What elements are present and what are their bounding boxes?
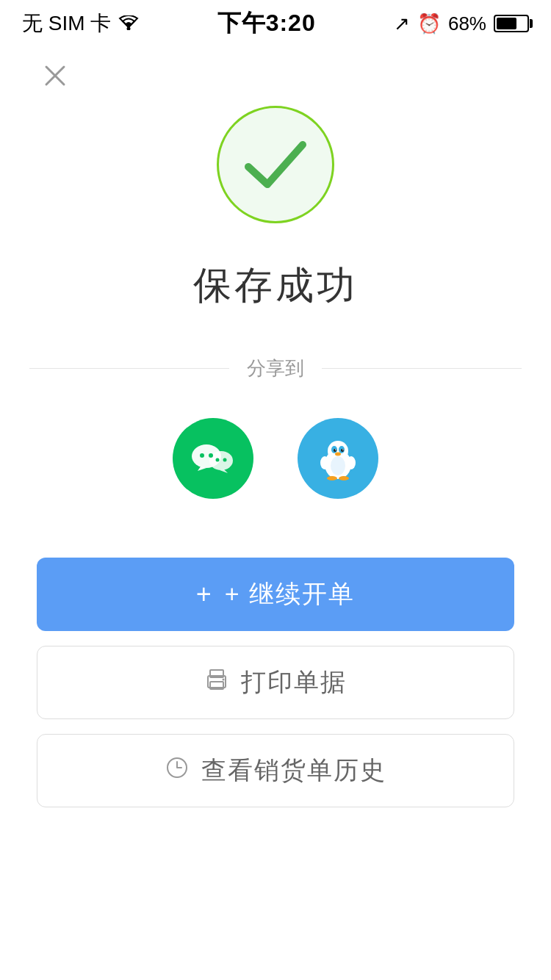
history-label: 查看销货单历史 xyxy=(201,754,386,788)
time-display: 下午3:20 xyxy=(217,7,316,40)
svg-point-22 xyxy=(347,456,356,469)
status-left: 无 SIM 卡 xyxy=(22,10,139,37)
share-label: 分享到 xyxy=(229,356,322,381)
wifi-icon xyxy=(118,12,139,35)
wechat-share-button[interactable] xyxy=(173,418,253,499)
svg-point-26 xyxy=(223,679,225,681)
svg-point-15 xyxy=(335,449,336,450)
close-button[interactable] xyxy=(37,57,73,94)
svg-point-19 xyxy=(339,476,349,480)
divider-left xyxy=(29,368,229,369)
divider-right xyxy=(322,368,522,369)
history-button[interactable]: 查看销货单历史 xyxy=(37,734,514,807)
sim-status: 无 SIM 卡 xyxy=(22,10,111,37)
svg-point-21 xyxy=(320,456,329,469)
svg-point-8 xyxy=(223,458,227,462)
svg-point-16 xyxy=(342,449,344,450)
history-icon xyxy=(165,755,190,786)
svg-point-14 xyxy=(341,449,344,452)
svg-point-17 xyxy=(335,452,341,455)
svg-point-4 xyxy=(209,451,233,470)
svg-point-0 xyxy=(127,27,131,31)
svg-point-6 xyxy=(209,453,213,458)
success-title: 保存成功 xyxy=(193,260,358,311)
svg-point-5 xyxy=(200,453,204,458)
svg-point-18 xyxy=(327,476,337,480)
printer-icon xyxy=(204,667,229,698)
share-section: 分享到 xyxy=(0,356,551,381)
svg-point-20 xyxy=(331,456,345,475)
status-bar: 无 SIM 卡 下午3:20 ↗ ⏰ 68% xyxy=(0,0,551,47)
continue-order-label: + 继续开单 xyxy=(225,577,355,611)
alarm-icon: ⏰ xyxy=(417,12,441,35)
main-content: 保存成功 分享到 xyxy=(0,47,551,807)
battery-percentage: 68% xyxy=(448,12,486,35)
svg-point-7 xyxy=(216,458,220,462)
battery-icon xyxy=(494,15,529,32)
action-buttons-container: + + 继续开单 打印单据 查看销货单历史 xyxy=(0,558,551,807)
continue-order-button[interactable]: + + 继续开单 xyxy=(37,558,514,631)
print-label: 打印单据 xyxy=(241,666,347,699)
svg-point-13 xyxy=(334,449,336,452)
share-icons-container xyxy=(173,418,378,499)
location-icon: ↗ xyxy=(394,12,410,35)
print-button[interactable]: 打印单据 xyxy=(37,646,514,719)
plus-icon: + xyxy=(196,579,213,610)
qq-share-button[interactable] xyxy=(298,418,378,499)
success-icon-circle xyxy=(217,106,334,223)
status-right: ↗ ⏰ 68% xyxy=(394,12,529,35)
